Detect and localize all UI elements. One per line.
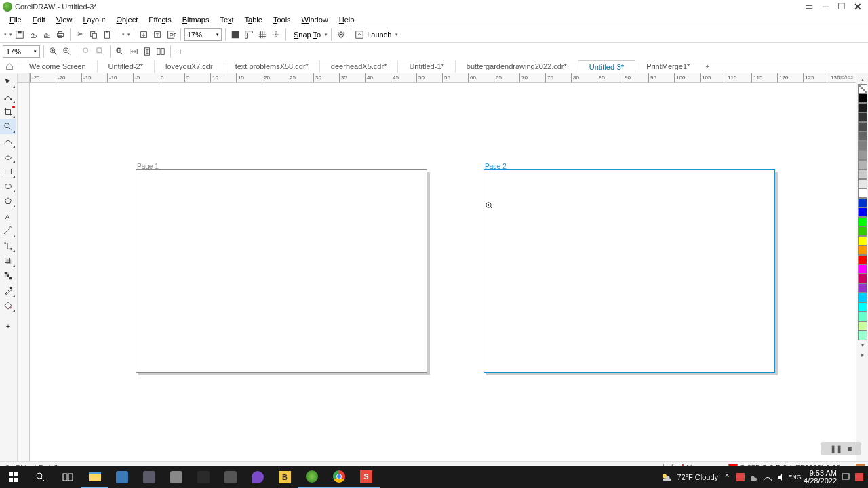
zoom-level-combo[interactable]: 17%▾ [3, 45, 40, 58]
weather-text[interactable]: 72°F Cloudy [677, 474, 718, 481]
tab-untitled-1[interactable]: Untitled-1* [398, 60, 455, 73]
options-button[interactable] [335, 28, 347, 41]
save-button[interactable] [14, 28, 26, 41]
taskbar-app-7-icon[interactable]: B [271, 466, 298, 488]
tab-loveyou[interactable]: loveyouX7.cdr [155, 60, 224, 73]
snap-to-dropdown[interactable]: Snap To▾ [291, 28, 328, 41]
color-swatch[interactable] [858, 255, 867, 264]
taskbar-chrome-icon[interactable] [326, 466, 353, 488]
horizontal-ruler[interactable]: -25-20-15-10-505101520253035404550556065… [30, 73, 856, 83]
new-tab-button[interactable]: + [701, 60, 713, 73]
tray-volume-icon[interactable] [776, 472, 786, 482]
color-swatch[interactable] [858, 122, 867, 131]
canvas[interactable]: -25-20-15-10-505101520253035404550556065… [18, 73, 856, 466]
text-tool-icon[interactable]: A [0, 209, 16, 224]
color-swatch[interactable] [858, 103, 867, 113]
color-swatch[interactable] [858, 274, 867, 283]
weather-icon[interactable] [660, 471, 673, 483]
taskbar-coreldraw-icon[interactable] [298, 466, 326, 488]
parallel-dim-icon[interactable] [0, 224, 16, 239]
menu-table[interactable]: Table [239, 14, 268, 25]
menu-file[interactable]: File [4, 14, 27, 25]
start-button[interactable] [0, 466, 27, 488]
tray-app-1-icon[interactable] [736, 472, 745, 482]
home-tab-icon[interactable] [1, 60, 18, 73]
palette-up-icon[interactable]: ▴ [861, 75, 864, 84]
taskbar-clock[interactable]: 9:53 AM4/28/2022 [804, 470, 837, 485]
zoom-all-pages-icon[interactable] [155, 45, 167, 58]
open-button[interactable]: ▾ [8, 28, 12, 41]
color-swatch[interactable] [858, 160, 867, 169]
page-2[interactable] [484, 169, 775, 373]
connector-tool-icon[interactable] [0, 239, 16, 253]
color-swatch[interactable] [858, 198, 867, 207]
menu-layout[interactable]: Layout [77, 14, 111, 25]
menu-object[interactable]: Object [111, 14, 143, 25]
zoom-out-icon[interactable] [61, 45, 73, 58]
add-toolbar-button[interactable]: + [174, 45, 186, 58]
drop-shadow-icon[interactable] [0, 253, 16, 268]
notifications-icon[interactable] [841, 472, 850, 482]
zoom-combo[interactable]: 17%▾ [184, 28, 222, 41]
fill-tool-icon[interactable] [0, 298, 16, 313]
color-swatch[interactable] [858, 94, 867, 103]
tab-untitled-2[interactable]: Untitled-2* [98, 60, 155, 73]
color-swatch[interactable] [858, 331, 867, 340]
close-button[interactable]: ✕ [850, 1, 865, 12]
zoom-selection-icon[interactable] [81, 45, 93, 58]
copy-button[interactable] [87, 28, 100, 41]
color-swatch[interactable] [858, 293, 867, 302]
show-grid-button[interactable] [256, 28, 269, 41]
ellipse-tool-icon[interactable] [0, 179, 16, 194]
cloud-up-button[interactable] [27, 28, 39, 41]
pause-icon[interactable]: ❚❚ [830, 445, 842, 453]
redo-button[interactable]: ▾ [126, 28, 130, 41]
taskview-icon[interactable] [54, 466, 81, 488]
color-swatch[interactable] [858, 245, 867, 255]
zoom-all-icon[interactable] [94, 45, 106, 58]
artistic-media-icon[interactable] [0, 149, 16, 164]
vertical-ruler[interactable] [18, 83, 30, 466]
menu-effects[interactable]: Effects [143, 14, 176, 25]
export-button[interactable] [151, 28, 163, 41]
launch-dropdown[interactable]: Launch▾ [355, 28, 398, 41]
taskbar-app-2-icon[interactable] [136, 466, 163, 488]
transparency-icon[interactable] [0, 268, 16, 283]
color-swatch[interactable] [858, 302, 867, 312]
menu-window[interactable]: Window [296, 14, 334, 25]
publish-pdf-button[interactable]: PDF [165, 28, 177, 41]
tab-deerhead[interactable]: deerheadX5.cdr* [320, 60, 399, 73]
color-swatch[interactable] [858, 236, 867, 245]
zoom-page-icon[interactable] [114, 45, 126, 58]
color-swatch[interactable] [858, 169, 867, 179]
eyedropper-icon[interactable] [0, 283, 16, 298]
color-swatch[interactable] [858, 264, 867, 274]
cut-button[interactable]: ✂ [74, 28, 86, 41]
zoom-tool-icon[interactable] [0, 119, 16, 134]
page-1[interactable] [136, 169, 427, 373]
color-swatch[interactable] [858, 188, 867, 198]
show-rulers-button[interactable] [243, 28, 255, 41]
color-swatch[interactable] [858, 321, 867, 331]
menu-bitmaps[interactable]: Bitmaps [177, 14, 215, 25]
tray-lang-icon[interactable]: ENG [790, 472, 800, 482]
tab-untitled-3[interactable]: Untitled-3* [578, 60, 635, 73]
ruler-origin[interactable] [18, 73, 30, 83]
paste-button[interactable] [101, 28, 113, 41]
taskbar-app-1-icon[interactable] [108, 466, 136, 488]
menu-help[interactable]: Help [334, 14, 360, 25]
taskbar-app-4-icon[interactable] [190, 466, 217, 488]
stop-icon[interactable]: ■ [848, 445, 852, 453]
polygon-tool-icon[interactable] [0, 194, 16, 209]
minimize-button[interactable]: ─ [818, 1, 833, 12]
taskbar-explorer-icon[interactable] [81, 466, 108, 488]
swatch-no-fill[interactable] [858, 84, 867, 94]
tray-chevron-icon[interactable]: ^ [722, 472, 732, 482]
color-swatch[interactable] [858, 207, 867, 217]
taskbar-app-8-icon[interactable]: S [353, 466, 380, 488]
new-doc-button[interactable]: ▾ [3, 28, 7, 41]
color-swatch[interactable] [858, 150, 867, 160]
color-swatch[interactable] [858, 179, 867, 188]
context-help-button[interactable]: ▭ [802, 1, 816, 12]
menu-tools[interactable]: Tools [268, 14, 296, 25]
